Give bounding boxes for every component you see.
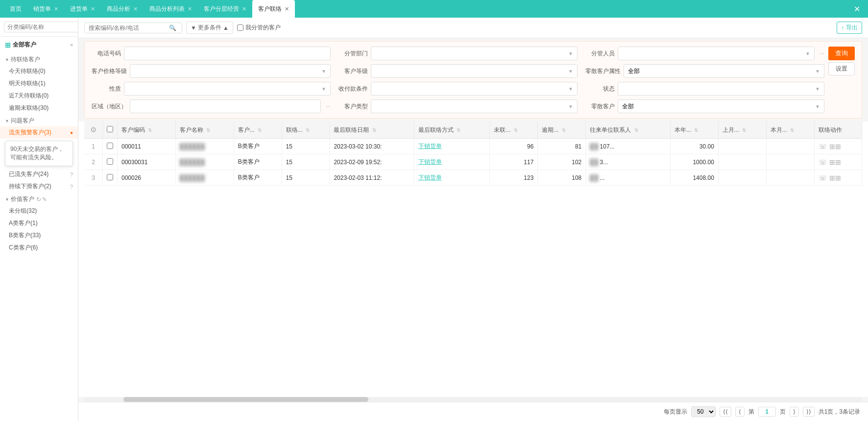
sidebar-group-pending[interactable]: ▼ 待联络客户 (0, 53, 78, 65)
sidebar-group-problem[interactable]: ▼ 问题客户 (0, 114, 78, 126)
contact-action-icon[interactable]: ☏ (819, 174, 827, 182)
my-customers-checkbox[interactable] (237, 25, 243, 31)
filter-select-region[interactable] (130, 99, 321, 113)
sort-icon-this-year[interactable]: ⇅ (694, 127, 698, 133)
th-overdue[interactable]: 逾期... ⇅ (538, 122, 586, 139)
th-unlinked[interactable]: 未联... ⇅ (490, 122, 538, 139)
filter-select-nature[interactable]: ▼ (124, 82, 331, 96)
more-action-icon[interactable]: ⊞⊞ (829, 158, 841, 166)
th-contact-person[interactable]: 往来单位联系人 ⇅ (586, 122, 671, 139)
sidebar-item-overdue-contact[interactable]: 逾期未联络(30) (0, 102, 78, 114)
sort-icon-type[interactable]: ⇅ (258, 127, 262, 133)
last-page-button[interactable]: ⟩⟩ (803, 407, 815, 417)
filter-field-payment: 收付款条件 ▼ (338, 82, 578, 96)
filter-input-phone[interactable] (124, 47, 331, 60)
th-last-method[interactable]: 最后联络方式 ⇅ (414, 122, 490, 139)
tab-purchase[interactable]: 进货单 ✕ (64, 0, 101, 18)
dots-button-region[interactable]: ··· (326, 103, 331, 110)
sidebar-item-churn-warning[interactable]: 流失预警客户(3) ● (0, 126, 78, 139)
filter-select-payment[interactable]: ▼ (371, 82, 578, 96)
th-contact-count[interactable]: 联络... ⇅ (282, 122, 330, 139)
sort-icon-code[interactable]: ⇅ (148, 127, 152, 133)
sidebar-item-churned[interactable]: 已流失客户(24) ? (0, 168, 78, 180)
window-close-button[interactable]: ✕ (850, 4, 864, 14)
per-page-select[interactable]: 50 100 (691, 406, 716, 417)
more-action-icon[interactable]: ⊞⊞ (829, 174, 841, 182)
export-button[interactable]: ↑ 导出 (837, 22, 862, 34)
tab-customer-contact-close[interactable]: ✕ (285, 6, 289, 12)
filter-select-status[interactable]: ▼ (618, 82, 824, 96)
sidebar-item-today-contact[interactable]: 今天待联络(0) (0, 65, 78, 77)
sidebar-item-class-b[interactable]: B类客户(33) (0, 229, 78, 242)
sort-icon-person[interactable]: ⇅ (634, 127, 638, 133)
sidebar-item-class-c[interactable]: C类客户(6) (0, 242, 78, 254)
tab-purchase-close[interactable]: ✕ (91, 6, 95, 12)
sort-icon-overdue[interactable]: ⇅ (562, 127, 566, 133)
sidebar-item-class-a[interactable]: A类客户(1) (0, 217, 78, 229)
row-checkbox[interactable] (107, 158, 113, 165)
th-type[interactable]: 客户... ⇅ (234, 122, 282, 139)
sidebar-item-tomorrow-contact[interactable]: 明天待联络(1) (0, 77, 78, 90)
first-page-button[interactable]: ⟨⟨ (720, 407, 731, 417)
search-input[interactable] (89, 25, 167, 31)
page-input[interactable] (758, 407, 776, 417)
tab-customer-contact[interactable]: 客户联络 ✕ (252, 0, 295, 18)
th-this-year[interactable]: 本年... ⇅ (670, 122, 718, 139)
th-last-date[interactable]: 最后联络日期 ⇅ (330, 122, 414, 139)
page-suffix: 页 (780, 408, 786, 416)
dots-button-person[interactable]: ··· (820, 50, 824, 57)
th-last-month[interactable]: 上月... ⇅ (718, 122, 766, 139)
sort-icon-this-month[interactable]: ⇅ (790, 127, 794, 133)
th-this-month[interactable]: 本月... ⇅ (766, 122, 814, 139)
edit-icon3[interactable]: ✎ (42, 196, 47, 203)
sort-icon-unlinked[interactable]: ⇅ (514, 127, 518, 133)
horizontal-scrollbar[interactable] (84, 397, 862, 402)
sidebar-item-declining[interactable]: 持续下滑客户(2) ? (0, 180, 78, 193)
gear-icon[interactable]: ⚙ (88, 124, 98, 136)
refresh-icon[interactable]: ↻ (36, 196, 41, 203)
tab-customer-tier[interactable]: 客户分层经营 ✕ (198, 0, 252, 18)
cell-code: 000026 (118, 170, 176, 186)
sidebar-all-customers[interactable]: ⊞ 全部客户 « (0, 37, 78, 53)
settings-button[interactable]: 设置 (828, 62, 855, 75)
contact-action-icon[interactable]: ☏ (819, 143, 827, 150)
sort-icon-last-month[interactable]: ⇅ (742, 127, 746, 133)
row-checkbox[interactable] (107, 143, 113, 149)
tab-analysis-list[interactable]: 商品分析列表 ✕ (144, 0, 198, 18)
tab-sales[interactable]: 销货单 ✕ (27, 0, 64, 18)
sort-icon-last-date[interactable]: ⇅ (372, 127, 376, 133)
sidebar-search-input[interactable] (4, 22, 78, 32)
more-action-icon[interactable]: ⊞⊞ (829, 143, 841, 150)
sort-icon-method[interactable]: ⇅ (457, 127, 460, 133)
contact-action-icon[interactable]: ☏ (819, 158, 827, 166)
tab-customer-tier-close[interactable]: ✕ (242, 6, 246, 12)
filter-select-dept[interactable]: ▼ (371, 47, 578, 60)
tab-homepage[interactable]: 首页 (4, 0, 27, 18)
filter-select-retail-attr[interactable]: 全部 ▼ (624, 64, 824, 78)
select-all-checkbox[interactable] (107, 126, 113, 132)
prev-page-button[interactable]: ⟨ (735, 407, 745, 417)
sidebar-item-7days-contact[interactable]: 近7天待联络(0) (0, 90, 78, 102)
sort-icon-name[interactable]: ⇅ (206, 127, 210, 133)
sidebar-item-ungrouped[interactable]: 未分组(32) (0, 205, 78, 217)
filter-select-price-grade[interactable]: ▼ (130, 64, 331, 78)
my-customers-checkbox-label[interactable]: 我分管的客户 (237, 24, 281, 32)
row-checkbox[interactable] (107, 174, 113, 180)
tab-analysis[interactable]: 商品分析 ✕ (101, 0, 144, 18)
more-filter-button[interactable]: ▼ 更多条件 ▲ (186, 22, 233, 34)
filter-select-type[interactable]: ▼ (371, 99, 578, 113)
th-name[interactable]: 客户名称 ⇅ (175, 122, 234, 139)
scrollbar-thumb[interactable] (123, 397, 368, 402)
tab-sales-close[interactable]: ✕ (54, 6, 58, 12)
sort-icon-contact[interactable]: ⇅ (306, 127, 310, 133)
tab-analysis-list-close[interactable]: ✕ (188, 6, 192, 12)
query-button[interactable]: 查询 (828, 47, 855, 60)
filter-select-person[interactable]: ▼ (618, 47, 815, 60)
next-page-button[interactable]: ⟩ (790, 407, 799, 417)
th-code[interactable]: 客户编码 ⇅ (118, 122, 176, 139)
tab-analysis-close[interactable]: ✕ (133, 6, 138, 12)
filter-select-grade[interactable]: ▼ (371, 64, 578, 78)
search-icon-orange[interactable]: 🔍 (169, 25, 176, 31)
filter-select-retail[interactable]: 全部 ▼ (618, 99, 824, 113)
sidebar-group-value[interactable]: ▼ 价值客户 ↻ ✎ (0, 193, 78, 205)
